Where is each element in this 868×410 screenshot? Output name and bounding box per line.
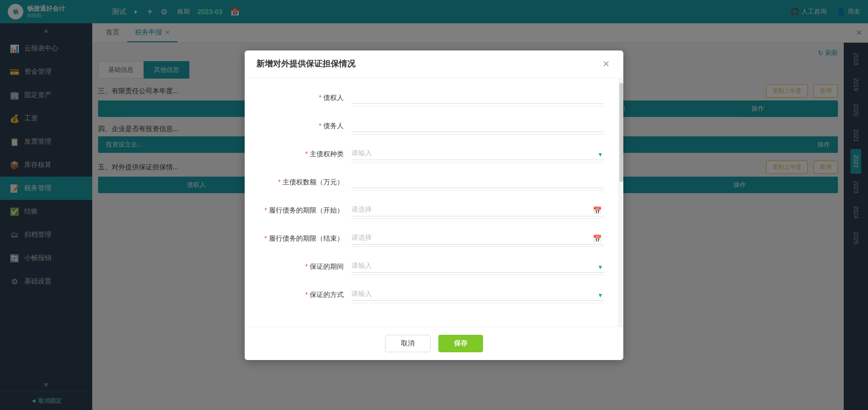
- period-start-input[interactable]: [351, 202, 604, 216]
- debtor-input[interactable]: [351, 118, 604, 132]
- cancel-button[interactable]: 取消: [385, 335, 431, 352]
- modal-body: * 债权人 * 债务人: [245, 78, 623, 327]
- form-row-creditor: * 债权人: [264, 90, 604, 106]
- form-row-debtor: * 债务人: [264, 118, 604, 134]
- form-row-period-start: * 履行债务的期限（开始） 📅: [264, 202, 604, 219]
- claim-amount-input[interactable]: [351, 174, 604, 188]
- modal-header: 新增对外提供保证担保情况 ✕: [245, 50, 623, 78]
- modal-title: 新增对外提供保证担保情况: [256, 58, 355, 69]
- period-end-calendar-icon[interactable]: 📅: [593, 234, 602, 243]
- form-row-period-end: * 履行债务的期限（结束） 📅: [264, 230, 604, 247]
- creditor-input[interactable]: [351, 90, 604, 104]
- modal-footer: 取消 保存: [245, 327, 623, 360]
- form-row-guarantee-period: * 保证的期间 ▾: [264, 259, 604, 275]
- period-end-input[interactable]: [351, 230, 604, 245]
- form-row-claim-amount: * 主债权数额（万元）: [264, 174, 604, 191]
- period-start-calendar-icon[interactable]: 📅: [593, 206, 602, 215]
- modal: 新增对外提供保证担保情况 ✕ * 债权人: [245, 50, 623, 360]
- guarantee-period-input[interactable]: [351, 259, 604, 273]
- claim-type-input[interactable]: [351, 146, 604, 160]
- modal-overlay[interactable]: 新增对外提供保证担保情况 ✕ * 债权人: [0, 0, 868, 410]
- modal-close-button[interactable]: ✕: [600, 58, 612, 70]
- form-row-claim-type: * 主债权种类 ▾: [264, 146, 604, 163]
- guarantee-method-input[interactable]: [351, 287, 604, 301]
- form-row-guarantee-method: * 保证的方式 ▾: [264, 287, 604, 303]
- save-button[interactable]: 保存: [438, 335, 483, 352]
